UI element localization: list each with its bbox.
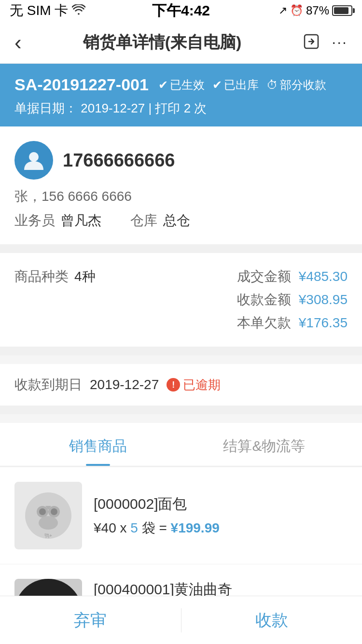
- svg-point-1: [29, 152, 39, 162]
- type-label: 商品种类: [14, 267, 69, 286]
- order-id: SA-20191227-001: [14, 75, 149, 94]
- svg-point-7: [39, 516, 58, 530]
- nav-bar: ‹ 销货单详情(来自电脑) ···: [0, 21, 362, 64]
- customer-detail: 张，156 6666 6666: [14, 187, 348, 206]
- svg-point-5: [39, 508, 46, 515]
- status-bar-time: 下午4:42: [152, 1, 210, 21]
- product-item: 鸮+ [0000002]面包 ¥40 x 5 袋 = ¥199.99: [0, 467, 362, 564]
- location-icon: ↗: [278, 4, 287, 17]
- sales-label: 业务员: [14, 211, 55, 230]
- debt-value: ¥176.35: [299, 315, 348, 331]
- status-bar-right: ↗ ⏰ 87%: [278, 4, 352, 17]
- bottom-bar: 弃审 收款: [0, 596, 362, 644]
- divider-1: [0, 244, 362, 253]
- alarm-icon: ⏰: [290, 4, 303, 17]
- customer-meta: 业务员 曾凡杰 仓库 总仓: [14, 211, 348, 230]
- stats-right: 成交金额 ¥485.30 收款金额 ¥308.95 本单欠款 ¥176.35: [237, 267, 348, 332]
- due-label: 收款到期日: [14, 376, 82, 394]
- unit-1: 袋: [142, 520, 155, 535]
- date-label: 单据日期：: [14, 101, 77, 115]
- svg-point-2: [25, 492, 71, 539]
- received-label: 收款金额: [237, 291, 291, 309]
- nav-actions: ···: [303, 33, 348, 52]
- check-icon-2: ✔: [212, 78, 222, 92]
- stats-left: 商品种类 4种: [14, 267, 96, 286]
- product-name-1: [0000002]面包: [94, 494, 348, 514]
- received-row: 收款金额 ¥308.95: [237, 291, 348, 309]
- back-button[interactable]: ‹: [14, 30, 22, 55]
- transaction-value: ¥485.30: [299, 269, 348, 284]
- transaction-row: 成交金额 ¥485.30: [237, 267, 348, 286]
- divider-2: [0, 347, 362, 355]
- debt-label: 本单欠款: [237, 314, 291, 332]
- carrier-text: 无 SIM 卡: [10, 1, 68, 20]
- battery-percent: 87%: [306, 4, 329, 17]
- order-date: 2019-12-27: [81, 101, 145, 115]
- divider-3: [0, 406, 362, 414]
- transaction-label: 成交金额: [237, 267, 291, 286]
- overdue-icon: !: [167, 378, 180, 392]
- battery-icon: [332, 5, 352, 16]
- stats-section: 商品种类 4种 成交金额 ¥485.30 收款金额 ¥308.95 本单欠款 ¥…: [0, 253, 362, 347]
- sales-name: 曾凡杰: [61, 211, 101, 230]
- customer-section: 17666666666 张，156 6666 6666 业务员 曾凡杰 仓库 总…: [0, 126, 362, 244]
- received-value: ¥308.95: [299, 292, 348, 308]
- customer-row: 17666666666: [14, 141, 348, 180]
- due-section: 收款到期日 2019-12-27 ! 已逾期: [0, 364, 362, 406]
- product-price-1: ¥40 x 5 袋 = ¥199.99: [94, 519, 348, 537]
- customer-id: 17666666666: [63, 150, 175, 171]
- collect-button[interactable]: 收款: [181, 609, 362, 631]
- sales-meta: 业务员 曾凡杰: [14, 211, 101, 230]
- status-bar-left: 无 SIM 卡: [10, 1, 85, 20]
- status-tags: ✔ 已生效 ✔ 已出库 ⏱ 部分收款: [158, 77, 326, 93]
- clock-icon: ⏱: [266, 78, 278, 92]
- status-partial: ⏱ 部分收款: [266, 77, 326, 93]
- warehouse-meta: 仓库 总仓: [130, 211, 190, 230]
- price-1: ¥40: [94, 520, 116, 535]
- share-icon[interactable]: [303, 33, 320, 52]
- due-date: 2019-12-27: [90, 377, 159, 392]
- status-bar: 无 SIM 卡 下午4:42 ↗ ⏰ 87%: [0, 0, 362, 21]
- cancel-button[interactable]: 弃审: [0, 609, 181, 631]
- stats-row: 商品种类 4种 成交金额 ¥485.30 收款金额 ¥308.95 本单欠款 ¥…: [14, 267, 348, 332]
- page-title: 销货单详情(来自电脑): [83, 31, 242, 54]
- total-1: ¥199.99: [171, 520, 220, 535]
- avatar: [14, 141, 53, 180]
- tabs-section: 销售商品 结算&物流等: [0, 423, 362, 466]
- svg-point-6: [51, 508, 57, 515]
- order-date-row: 单据日期： 2019-12-27 | 打印 2 次: [14, 100, 348, 117]
- product-thumb-1: 鸮+: [14, 482, 82, 549]
- debt-row: 本单欠款 ¥176.35: [237, 314, 348, 332]
- svg-text:鸮+: 鸮+: [44, 533, 52, 538]
- overdue-text: 已逾期: [183, 377, 221, 393]
- status-shipped: ✔ 已出库: [212, 77, 259, 93]
- qty-1: 5: [130, 520, 138, 535]
- wifi-icon: [72, 3, 85, 18]
- warehouse-label: 仓库: [130, 211, 157, 230]
- overdue-badge: ! 已逾期: [167, 377, 221, 393]
- warehouse-name: 总仓: [163, 211, 190, 230]
- tab-sales-products[interactable]: 销售商品: [14, 423, 181, 466]
- print-info: | 打印 2 次: [148, 101, 207, 115]
- tabs-row: 销售商品 结算&物流等: [0, 423, 362, 466]
- product-info-1: [0000002]面包 ¥40 x 5 袋 = ¥199.99: [94, 494, 348, 537]
- more-icon[interactable]: ···: [332, 33, 348, 51]
- tab-settlement[interactable]: 结算&物流等: [181, 423, 348, 466]
- status-effective: ✔ 已生效: [158, 77, 205, 93]
- type-count: 4种: [74, 267, 96, 286]
- order-banner: SA-20191227-001 ✔ 已生效 ✔ 已出库 ⏱ 部分收款 单据日期：…: [0, 64, 362, 126]
- check-icon-1: ✔: [158, 78, 168, 92]
